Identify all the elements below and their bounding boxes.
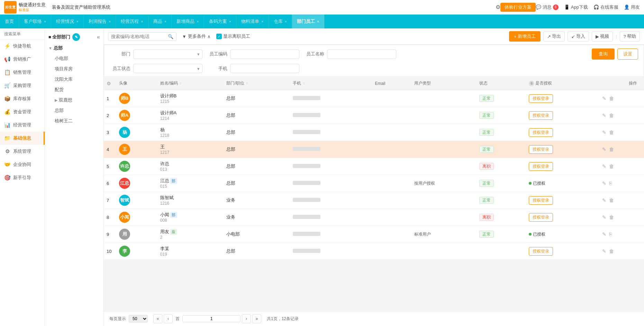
auth-button[interactable]: 授权登录 [529,145,553,154]
edit-icon[interactable]: ✎ [602,113,606,118]
edit-icon[interactable]: ✎ [602,197,606,203]
sidebar-item-finance[interactable]: 💰 资金管理 [0,105,45,118]
tab-product[interactable]: 商品× [148,15,172,28]
auth-button[interactable]: 授权登录 [529,94,553,103]
copy-icon[interactable]: ⎘ [609,231,612,237]
next-page-button[interactable]: › [242,314,251,323]
tab-employee[interactable]: 部门员工× [292,15,324,28]
dept-item-shenyang[interactable]: 沈阳大库 [52,74,103,85]
sidebar-item-collab[interactable]: 🤝 企业协同 [0,158,45,171]
edit-icon[interactable]: ✎ [602,130,606,135]
dept-item-xiaodian[interactable]: 小电部 [52,53,103,64]
dept-item-peihua[interactable]: 配货 [52,85,103,95]
dept-item-project[interactable]: 项目库房 [52,64,103,74]
delete-icon[interactable]: 🗑 [609,113,614,118]
edit-icon[interactable]: ✎ [602,231,606,237]
user-action[interactable]: 👤 用友 [624,4,640,10]
tab-close-warehouse[interactable]: × [285,19,287,24]
tab-close-customer[interactable]: × [44,19,46,24]
tab-operation[interactable]: 经营情况× [51,15,83,28]
edit-icon[interactable]: ✎ [602,180,606,186]
add-employee-button[interactable]: + 新增员工 [509,31,541,42]
auth-button[interactable]: 授权登录 [529,213,553,222]
settings-icon[interactable]: ⚙ [496,4,500,10]
last-page-button[interactable]: » [252,314,261,323]
edit-icon[interactable]: ✎ [602,214,606,220]
auth-button[interactable]: 授权登录 [529,196,553,205]
page-size-select[interactable]: 50 100 200 [129,315,148,323]
dept-group-head-label[interactable]: ▼ 总部 [45,43,103,53]
filter-setting-button[interactable]: 设置 [617,49,638,60]
tab-close-employee[interactable]: × [317,19,319,24]
employee-search-input[interactable] [111,34,166,39]
first-page-button[interactable]: « [153,314,162,323]
tab-bom[interactable]: 物料清单× [236,15,269,28]
delete-icon[interactable]: 🗑 [609,147,614,152]
delete-icon[interactable]: 🗑 [609,96,614,101]
auth-button[interactable]: 授权登录 [529,111,553,120]
show-resign-toggle[interactable]: ✓ 显示离职员工 [216,33,250,39]
dept-item-zhishu[interactable]: 植树王二 [52,116,103,126]
sidebar-item-inventory[interactable]: 📦 库存核算 [0,92,45,105]
edit-icon[interactable]: ✎ [602,147,606,152]
auth-button[interactable]: 授权登录 [529,162,553,171]
import-button[interactable]: ↙ 导入 [568,31,589,42]
sidebar-item-system[interactable]: ⚙ 系统管理 [0,145,45,158]
checkbox-icon[interactable]: ✓ [216,34,222,39]
edit-icon[interactable]: ✎ [602,96,606,101]
delete-icon[interactable]: 🗑 [609,248,614,254]
sidebar-item-marketing[interactable]: 📢 营销推广 [0,53,45,66]
app-download-action[interactable]: 📱 App下载 [564,4,588,10]
dept-select[interactable] [133,50,202,59]
delete-icon[interactable]: 🗑 [609,130,614,135]
tab-home[interactable]: 首页 [0,15,19,28]
phone-input[interactable] [230,64,299,73]
sidebar-search-input[interactable] [4,32,45,36]
auth-info-icon[interactable]: ① [529,81,534,86]
sidebar-item-purchase[interactable]: 🛒 采购管理 [0,79,45,92]
sidebar-item-management[interactable]: 📊 经营管理 [0,118,45,132]
delete-icon[interactable]: 🗑 [609,214,614,220]
auth-button[interactable]: 授权登录 [529,247,553,256]
tab-profit[interactable]: 利润报告× [84,15,116,28]
auth-button[interactable]: 授权登录 [529,128,553,137]
copy-icon[interactable]: ⎘ [609,180,612,186]
tab-close-product[interactable]: × [164,19,166,24]
delete-icon[interactable]: 🗑 [609,197,614,203]
dept-item-zongbu[interactable]: 总部 [52,105,103,116]
search-button[interactable]: 查询 [592,49,615,60]
dept-item-shuanglu[interactable]: ▶ 双鹿想 [52,95,103,105]
sidebar-item-guide[interactable]: 🎯 新手引导 [0,171,45,184]
delete-icon[interactable]: 🗑 [609,164,614,169]
tab-close-history[interactable]: × [141,19,143,24]
tab-barcode[interactable]: 条码方案× [204,15,236,28]
online-service-action[interactable]: 🎧 在线客服 [593,4,618,10]
dept-tree-collapse[interactable]: « [97,34,100,40]
tab-history[interactable]: 经营历程× [116,15,148,28]
emp-name-input[interactable] [327,50,396,59]
edit-icon[interactable]: ✎ [602,248,606,254]
tab-close-barcode[interactable]: × [229,19,231,24]
sidebar-item-quicknav[interactable]: ⚡ 快捷导航 [0,39,45,53]
tab-close-new-product[interactable]: × [197,19,199,24]
tab-customer[interactable]: 客户联络× [19,15,51,28]
video-button[interactable]: ▶ 视频 [592,31,613,42]
tab-warehouse[interactable]: 仓库× [269,15,292,28]
sidebar-item-sales[interactable]: 📋 销售管理 [0,66,45,79]
help-button[interactable]: ? 帮助 [620,31,640,42]
tab-close-operation[interactable]: × [76,19,78,24]
sidebar-item-basic[interactable]: 📁 基础信息 [0,132,45,145]
emp-status-select[interactable] [133,64,202,73]
dept-edit-icon[interactable]: ✎ [72,33,80,41]
tab-new-product[interactable]: 新增商品× [172,15,204,28]
tab-close-bom[interactable]: × [261,19,263,24]
page-number-input[interactable] [182,315,241,322]
emp-code-input[interactable] [230,50,299,59]
edit-icon[interactable]: ✎ [602,164,606,169]
tab-close-profit[interactable]: × [109,19,111,24]
experience-button[interactable]: 体验行业方案 [500,3,536,12]
prev-page-button[interactable]: ‹ [164,314,173,323]
message-action[interactable]: 💬 消息 6 [536,4,559,10]
more-filter-button[interactable]: ▼ 更多条件 ∧ [179,32,214,41]
export-button[interactable]: ↗ 导出 [543,31,565,42]
